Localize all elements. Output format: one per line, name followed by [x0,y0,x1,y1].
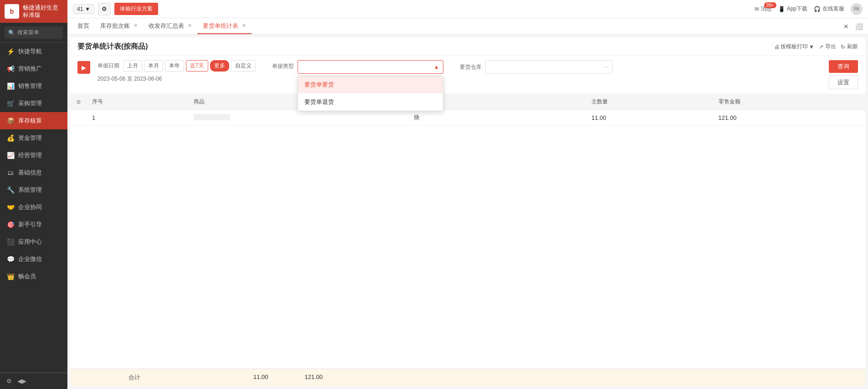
app-logo: b [5,4,19,19]
column-settings[interactable]: ⚙ [70,94,87,110]
header-settings-button[interactable]: ⚙ [98,3,111,15]
tab-bar-actions: ✕ ⬜ [837,18,868,34]
page-content: 要货单统计表(按商品) 🖨 按模板打印 ▼ ↗ 导出 ↻ 刷新 [70,37,865,386]
date-filter-row: 单据日期 上月 本月 本年 近7天 更多 自定义 [98,60,256,72]
type-filter-label: 单据类型 [272,62,294,70]
footer-settings-button[interactable]: ⚙ [6,378,12,384]
print-template-button[interactable]: 🖨 按模板打印 ▼ [774,43,814,51]
total-quantity: 11.00 [253,374,268,382]
sidebar-item-label: 企业微信 [18,255,42,263]
app-name: 畅捷通好生意 [23,4,58,11]
sidebar-item-basic[interactable]: 🗂 基础信息 [0,164,67,181]
sidebar-item-quick-nav[interactable]: ⚡ 快捷导航 [0,43,67,60]
app-title: 畅捷通好生意 标准版 [23,4,58,18]
date-last-7-days-button[interactable]: 近7天 [186,60,208,72]
chevron-down-icon: ▼ [85,6,90,12]
notification-button[interactable]: ✉ 消息 99+ [755,5,772,13]
sidebar-item-inventory[interactable]: 📦 库存核算 [0,112,67,129]
search-menu-button[interactable]: 🔍 搜索菜单 [5,26,63,39]
tab-label: 库存批次账 [100,22,130,30]
expand-icon: ▶ [82,64,86,71]
tab-close-icon[interactable]: ✕ [242,23,246,29]
avatar[interactable]: Rit [851,3,863,15]
sidebar-item-label: 系统管理 [18,186,42,194]
date-filter-group: 单据日期 上月 本月 本年 近7天 更多 自定义 2023-05-06 至 20… [98,60,256,83]
tab-label: 要货单统计表 [203,22,238,30]
chevron-up-icon: ▲ [434,64,439,70]
sidebar-item-wechat[interactable]: 💬 企业微信 [0,251,67,268]
export-label: 导出 [825,43,836,51]
date-filter-label: 单据日期 [98,62,119,70]
row-amount: 121.00 [713,110,865,126]
sidebar-item-label: 资金管理 [18,134,42,142]
sidebar-footer: ⚙ ◀▶ [0,373,67,389]
sidebar-item-guide[interactable]: 🎯 新手引导 [0,216,67,233]
purchase-icon: 🛒 [6,100,15,107]
sidebar-item-operations[interactable]: 📈 经营管理 [0,147,67,164]
maximize-button[interactable]: ⬜ [853,21,864,32]
quick-nav-icon: ⚡ [6,48,15,55]
refresh-label: 刷新 [847,43,858,51]
tab-order-summary[interactable]: 要货单统计表 ✕ [197,18,252,34]
tab-inventory-batch[interactable]: 库存批次账 ✕ [95,18,143,34]
date-this-year-button[interactable]: 本年 [165,60,184,72]
sidebar-item-app-center[interactable]: ⬛ 应用中心 [0,233,67,251]
warehouse-filter-section: 要货仓库 ··· [460,60,613,74]
date-last-month-button[interactable]: 上月 [123,60,142,72]
warehouse-select-input[interactable]: ··· [485,60,613,74]
export-button[interactable]: ↗ 导出 [819,43,836,51]
online-service-button[interactable]: 🎧 在线客服 [814,5,844,13]
vip-icon: 👑 [6,273,15,280]
dropdown-item-label: 要货单要货 [304,81,334,88]
type-select-wrapper: ▲ 要货单要货 要货单退货 [298,60,443,74]
type-dropdown: 要货单要货 要货单退货 [298,76,443,111]
filter-toggle-button[interactable]: ▶ [77,61,90,74]
dropdown-item-order-goods[interactable]: 要货单要货 [298,76,443,93]
download-icon: 📱 [778,6,785,12]
online-service-label: 在线客服 [822,5,844,13]
sidebar-search-section: 🔍 搜索菜单 [0,23,67,43]
app-download-label: App下载 [787,5,807,13]
page-title: 要货单统计表(按商品) [77,42,148,51]
more-options-icon[interactable]: ··· [604,64,609,70]
sidebar-item-enterprise[interactable]: 🤝 企业协同 [0,199,67,216]
industry-solution-button[interactable]: 体验行业方案 [114,3,158,15]
warehouse-filter-label: 要货仓库 [460,63,482,71]
top-header: 41 ▼ ⚙ 体验行业方案 ✉ 消息 99+ 📱 App下载 🎧 在线客服 [67,0,868,18]
filter-buttons: 查询 设置 [829,60,858,89]
main-content: 41 ▼ ⚙ 体验行业方案 ✉ 消息 99+ 📱 App下载 🎧 在线客服 [67,0,868,389]
chevron-down-icon: ▼ [809,44,814,50]
refresh-button[interactable]: ↻ 刷新 [841,43,858,51]
query-button[interactable]: 查询 [829,60,858,73]
sidebar-item-finance[interactable]: 💰 资金管理 [0,129,67,147]
close-all-tabs-button[interactable]: ✕ [841,21,852,32]
type-select-input[interactable]: ▲ [298,60,443,74]
date-custom-button[interactable]: 自定义 [231,60,256,72]
sidebar-item-marketing[interactable]: 📢 营销推广 [0,60,67,77]
header-left: 41 ▼ ⚙ 体验行业方案 [73,3,158,15]
total-amount: 121.00 [305,374,323,382]
row-unit: 块 [408,110,586,126]
footer-collapse-button[interactable]: ◀▶ [17,378,26,384]
inventory-icon: 📦 [6,117,15,124]
sidebar-item-vip[interactable]: 👑 畅会员 [0,268,67,285]
date-more-button[interactable]: 更多 [210,60,229,72]
store-selector[interactable]: 41 ▼ [73,4,94,14]
dropdown-item-order-return[interactable]: 要货单退货 [298,93,443,111]
sidebar-item-purchase[interactable]: 🛒 采购管理 [0,95,67,112]
refresh-icon: ↻ [841,44,845,50]
sidebar-item-system[interactable]: 🔧 系统管理 [0,181,67,199]
sidebar-item-label: 新手引导 [18,220,42,229]
table-header-row: ⚙ 序号 商品 主计量单位 主数量 零售金额 [70,94,865,110]
date-range-display: 2023-05-06 至 2023-06-06 [98,75,256,83]
tab-close-icon[interactable]: ✕ [188,23,192,29]
tab-home[interactable]: 首页 [72,18,95,34]
filter-settings-button[interactable]: 设置 [829,76,858,89]
app-download-button[interactable]: 📱 App下载 [778,5,807,13]
tab-recv-send-summary[interactable]: 收发存汇总表 ✕ [143,18,197,34]
date-this-month-button[interactable]: 本月 [144,60,163,72]
total-label: 合计 [128,374,140,382]
tab-bar: 首页 库存批次账 ✕ 收发存汇总表 ✕ 要货单统计表 ✕ ✕ ⬜ [67,18,868,35]
tab-close-icon[interactable]: ✕ [134,23,138,29]
sidebar-item-sales[interactable]: 📊 销售管理 [0,77,67,95]
